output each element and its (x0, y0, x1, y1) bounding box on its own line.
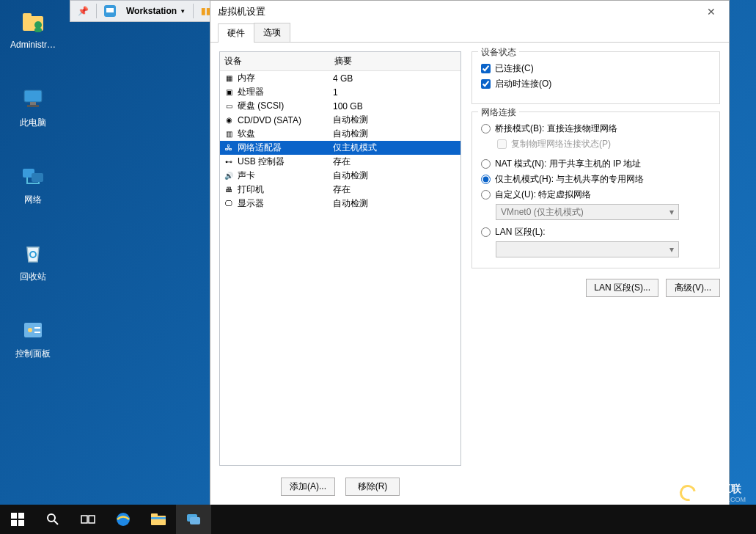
hw-row-network[interactable]: 🖧网络适配器仅主机模式 (220, 141, 460, 155)
desktop-icon-recycle-bin[interactable]: 回收站 (4, 238, 62, 283)
svg-rect-18 (11, 520, 17, 526)
desktop-icon-this-pc[interactable]: 此电脑 (4, 84, 62, 129)
checkbox-connect-at-power[interactable]: 启动时连接(O) (481, 78, 711, 90)
pin-icon[interactable]: 📌 (75, 4, 92, 18)
hw-row-hdd[interactable]: ▭硬盘 (SCSI)100 GB (220, 99, 460, 113)
chevron-down-icon: ▾ (669, 244, 674, 255)
advanced-button[interactable]: 高级(V)... (666, 279, 720, 297)
hw-row-floppy[interactable]: ▥软盘自动检测 (220, 127, 460, 141)
device-state-group: 设备状态 已连接(C) 启动时连接(O) (471, 51, 720, 104)
svg-rect-13 (34, 332, 40, 333)
chevron-down-icon: ▾ (669, 207, 674, 217)
hardware-list[interactable]: 设备 摘要 ▦内存4 GB ▣处理器1 ▭硬盘 (SCSI)100 GB ◉CD… (219, 51, 461, 466)
custom-vmnet-select: VMnet0 (仅主机模式)▾ (496, 204, 679, 220)
dialog-title: 虚拟机设置 (218, 5, 265, 18)
network-connection-title: 网络连接 (478, 106, 519, 119)
hw-row-sound[interactable]: 🔊声卡自动检测 (220, 169, 460, 183)
desktop-icon-administrator[interactable]: Administr… (4, 7, 62, 50)
desktop-icon-label: 控制面板 (15, 348, 51, 359)
tab-options[interactable]: 选项 (254, 23, 290, 42)
radio-nat[interactable]: NAT 模式(N): 用于共享主机的 IP 地址 (481, 158, 711, 170)
cpu-icon: ▣ (223, 87, 235, 98)
radio-lan-segment[interactable]: LAN 区段(L): (481, 226, 711, 238)
vm-settings-dialog: 虚拟机设置 ✕ 硬件 选项 设备 摘要 ▦内存4 GB ▣处理器1 ▭硬盘 (S… (210, 0, 730, 534)
close-button[interactable]: ✕ (701, 4, 722, 20)
hw-row-memory[interactable]: ▦内存4 GB (220, 71, 460, 85)
svg-rect-10 (24, 323, 42, 337)
svg-rect-22 (81, 516, 87, 523)
pc-icon (18, 84, 48, 114)
svg-rect-4 (24, 90, 42, 102)
svg-point-2 (34, 21, 42, 29)
desktop-icon-control-panel[interactable]: 控制面板 (4, 315, 62, 360)
desktop-icon-label: 此电脑 (20, 117, 46, 128)
svg-rect-3 (34, 28, 42, 32)
display-icon: 🖵 (223, 199, 235, 209)
network-connection-group: 网络连接 桥接模式(B): 直接连接物理网络 复制物理网络连接状态(P) NAT… (471, 111, 720, 268)
task-view-icon[interactable] (70, 505, 106, 534)
hw-row-usb[interactable]: ⊷USB 控制器存在 (220, 155, 460, 169)
floppy-icon: ▥ (223, 129, 235, 139)
desktop-icon-network[interactable]: 网络 (4, 161, 62, 206)
svg-rect-6 (27, 105, 39, 107)
hw-row-display[interactable]: 🖵显示器自动检测 (220, 197, 460, 211)
tab-hardware[interactable]: 硬件 (218, 23, 254, 43)
dialog-tabs: 硬件 选项 (210, 23, 729, 43)
device-state-title: 设备状态 (478, 46, 519, 59)
start-button[interactable] (0, 505, 35, 534)
desktop-icon-label: 回收站 (20, 271, 46, 282)
watermark-logo-icon (676, 482, 698, 504)
lan-segments-button[interactable]: LAN 区段(S)... (586, 279, 658, 297)
radio-custom[interactable]: 自定义(U): 特定虚拟网络 (481, 189, 711, 201)
svg-rect-12 (34, 327, 40, 329)
hardware-list-header: 设备 摘要 (220, 52, 460, 71)
lan-segment-select: .▾ (496, 241, 679, 257)
taskbar (0, 505, 756, 534)
svg-rect-16 (11, 513, 17, 519)
workstation-menu[interactable]: Workstation ▼ (123, 4, 188, 18)
col-summary: 摘要 (330, 52, 460, 70)
svg-rect-29 (190, 517, 200, 524)
hw-row-cd[interactable]: ◉CD/DVD (SATA)自动检测 (220, 113, 460, 127)
svg-rect-23 (89, 516, 95, 523)
workstation-app-icon[interactable] (101, 4, 119, 18)
checkbox-connected[interactable]: 已连接(C) (481, 62, 711, 75)
add-button[interactable]: 添加(A)... (281, 478, 335, 496)
printer-icon: 🖶 (223, 185, 235, 195)
checkbox-replicate: 复制物理网络连接状态(P) (497, 138, 711, 150)
radio-bridged[interactable]: 桥接模式(B): 直接连接物理网络 (481, 122, 711, 135)
ie-icon[interactable] (106, 505, 141, 534)
hw-row-printer[interactable]: 🖶打印机存在 (220, 183, 460, 197)
network-adapter-icon: 🖧 (223, 143, 235, 153)
radio-hostonly[interactable]: 仅主机模式(H): 与主机共享的专用网络 (481, 173, 711, 186)
recycle-bin-icon (18, 238, 48, 268)
user-folder-icon (18, 7, 48, 37)
svg-rect-1 (23, 13, 32, 19)
svg-rect-17 (18, 513, 24, 519)
svg-point-11 (28, 328, 32, 332)
svg-point-20 (48, 514, 55, 522)
col-device: 设备 (220, 52, 330, 70)
usb-icon: ⊷ (223, 157, 235, 167)
vmware-taskbar-icon[interactable] (176, 505, 211, 534)
desktop-icon-label: Administr… (10, 40, 56, 50)
network-icon (18, 161, 48, 191)
svg-rect-8 (32, 173, 43, 182)
sound-icon: 🔊 (223, 171, 235, 181)
workstation-toolbar: 📌 Workstation ▼ ▮▮ (70, 0, 219, 22)
hw-row-cpu[interactable]: ▣处理器1 (220, 85, 460, 99)
svg-line-21 (54, 521, 58, 524)
watermark: 创新互联 CDXWHL.COM (680, 483, 746, 503)
svg-rect-26 (151, 513, 158, 517)
dialog-titlebar: 虚拟机设置 ✕ (210, 1, 729, 23)
explorer-icon[interactable] (141, 505, 176, 534)
hdd-icon: ▭ (223, 101, 235, 111)
svg-rect-5 (30, 102, 36, 105)
desktop-icon-label: 网络 (24, 194, 42, 205)
cd-icon: ◉ (223, 115, 235, 125)
svg-rect-15 (106, 8, 114, 12)
remove-button[interactable]: 移除(R) (345, 478, 400, 496)
search-icon[interactable] (35, 505, 70, 534)
svg-rect-19 (18, 520, 24, 526)
memory-icon: ▦ (223, 73, 235, 84)
